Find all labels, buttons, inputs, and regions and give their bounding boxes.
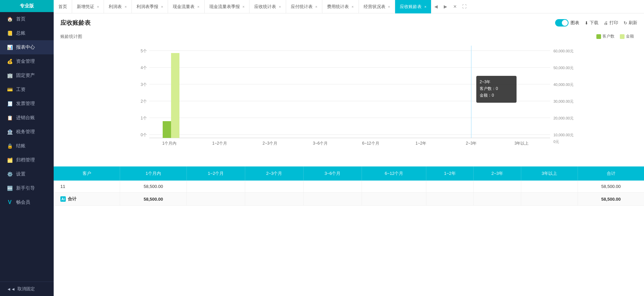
tab-profit-quarterly-close[interactable]: × [161, 5, 163, 9]
col-m8: 3年以上 [521, 166, 578, 181]
tab-business[interactable]: 经营状况表 × [359, 0, 395, 13]
svg-text:5个: 5个 [141, 49, 147, 53]
tab-ar-stats[interactable]: 应收统计表 × [250, 0, 286, 13]
tab-business-close[interactable]: × [388, 5, 390, 9]
tab-cashflow-close[interactable]: × [197, 5, 199, 9]
chart-svg: 5个 4个 3个 2个 1个 0个 60,000.00元 50,000.00元 … [60, 42, 637, 163]
tab-new-voucher[interactable]: 新增凭证 × [72, 0, 104, 13]
sidebar-item-asset[interactable]: 🏢 固定资产 [0, 68, 54, 83]
total-customer-cell: Ai 合计 [54, 193, 120, 206]
cell-m7 [474, 181, 521, 193]
total-m4 [303, 193, 362, 206]
tab-home[interactable]: 首页 [54, 0, 72, 13]
tab-cashflow-quarterly-label: 现金流量表季报 [209, 4, 240, 10]
tab-profit[interactable]: 利润表 × [104, 0, 131, 13]
cell-total: 58,500.00 [578, 181, 644, 193]
svg-text:金额：0: 金额：0 [480, 93, 494, 98]
cell-m3 [245, 181, 303, 193]
tab-ar-aging-label: 应收账龄表 [400, 4, 422, 10]
sidebar-item-settings[interactable]: ⚙️ 设置 [0, 167, 54, 181]
tab-ap-stats-close[interactable]: × [315, 5, 317, 9]
tab-ap-stats[interactable]: 应付统计表 × [286, 0, 322, 13]
col-m5: 6~12个月 [362, 166, 426, 181]
tab-expense-stats-close[interactable]: × [352, 5, 354, 9]
sidebar-label-ledger: 总账 [16, 30, 25, 36]
svg-text:2个: 2个 [141, 99, 147, 104]
legend-amount-color [620, 34, 625, 39]
svg-text:1~2年: 1~2年 [416, 141, 426, 146]
sidebar-item-report[interactable]: 📊 报表中心 [0, 40, 54, 54]
sidebar-item-home[interactable]: 🏠 首页 [0, 12, 54, 26]
sidebar-label-invoice: 发票管理 [16, 101, 35, 107]
tax-icon: 🏦 [7, 129, 13, 135]
tab-expense-stats-label: 费用统计表 [327, 4, 349, 10]
tab-prev-button[interactable]: ◀ [431, 0, 441, 13]
tab-next-button[interactable]: ▶ [441, 0, 450, 13]
sidebar-label-settings: 设置 [16, 171, 25, 177]
sidebar-item-archive[interactable]: 🗂️ 归档管理 [0, 153, 54, 167]
sidebar-item-sales[interactable]: 📋 进销台账 [0, 111, 54, 125]
sidebar-label-home: 首页 [16, 16, 25, 22]
svg-text:50,000.00元: 50,000.00元 [553, 66, 574, 70]
tab-cashflow-quarterly-close[interactable]: × [243, 5, 245, 9]
sidebar-item-tax[interactable]: 🏦 税务管理 [0, 125, 54, 139]
tab-close-all-button[interactable]: ✕ [450, 0, 460, 13]
svg-text:0元: 0元 [553, 140, 559, 144]
refresh-label: 刷新 [629, 20, 637, 26]
chart-toggle[interactable] [555, 19, 569, 27]
tab-new-voucher-close[interactable]: × [97, 5, 99, 9]
unpin-button[interactable]: ◄◄ 取消固定 [0, 282, 54, 296]
total-row: Ai 合计 58,500.00 58,500.00 [54, 193, 644, 206]
svg-text:3~6个月: 3~6个月 [313, 141, 328, 146]
legend-amount-label: 金额 [626, 34, 634, 39]
legend-customers: 客户数 [596, 34, 614, 39]
tab-ar-aging[interactable]: 应收账龄表 × [395, 0, 431, 13]
svg-text:20,000.00元: 20,000.00元 [553, 116, 574, 120]
refresh-button[interactable]: ↻ 刷新 [624, 20, 637, 26]
tab-cashflow-label: 现金流量表 [173, 4, 195, 10]
total-m6 [426, 193, 474, 206]
tab-cashflow[interactable]: 现金流量表 × [168, 0, 204, 13]
cell-m6 [426, 181, 474, 193]
tab-cashflow-quarterly[interactable]: 现金流量表季报 × [205, 0, 250, 13]
svg-text:30,000.00元: 30,000.00元 [553, 99, 574, 103]
svg-text:3年以上: 3年以上 [515, 141, 529, 146]
download-label: 下载 [590, 20, 598, 26]
tab-ar-aging-close[interactable]: × [424, 5, 426, 9]
cell-m5 [362, 181, 426, 193]
sidebar-item-salary[interactable]: 💳 工资 [0, 83, 54, 97]
sidebar-item-member[interactable]: V 畅会员 [0, 195, 54, 209]
col-total: 合计 [578, 166, 644, 181]
chart-area: 账龄统计图 客户数 金额 5个 4个 3个 2个 [54, 30, 644, 166]
cell-m1: 58,500.00 [120, 181, 187, 193]
tab-expense-stats[interactable]: 费用统计表 × [322, 0, 359, 13]
page-title: 应收账龄表 [60, 19, 91, 27]
svg-text:2~3年: 2~3年 [480, 80, 490, 84]
svg-text:40,000.00元: 40,000.00元 [553, 83, 574, 87]
fund-icon: 💰 [7, 58, 13, 64]
sidebar-item-guide[interactable]: 🆕 新手引导 [0, 181, 54, 195]
sidebar-item-invoice[interactable]: 🧾 发票管理 [0, 97, 54, 111]
chart-title: 账龄统计图 [60, 34, 637, 40]
sidebar-item-closeaccount[interactable]: 🔒 结账 [0, 139, 54, 153]
content-header: 应收账龄表 图表 ⬇ 下载 🖨 打印 ↻ 刷新 [54, 13, 644, 30]
sales-icon: 📋 [7, 115, 13, 121]
sidebar-label-guide: 新手引导 [16, 185, 35, 191]
tab-profit-close[interactable]: × [124, 5, 126, 9]
bar-customers-1 [163, 121, 171, 138]
sidebar-label-member: 畅会员 [16, 199, 30, 205]
sidebar-item-ledger[interactable]: 📒 总账 [0, 26, 54, 40]
toggle-label: 图表 [571, 20, 579, 26]
total-m8 [521, 193, 578, 206]
print-button[interactable]: 🖨 打印 [604, 20, 618, 26]
col-customer: 客户 [54, 166, 120, 181]
sidebar-item-fund[interactable]: 💰 资金管理 [0, 54, 54, 68]
data-table: 客户 1个月内 1~2个月 2~3个月 3~6个月 6~12个月 1~2年 2~… [54, 166, 644, 206]
tab-expand-button[interactable]: ⛶ [460, 0, 469, 13]
download-button[interactable]: ⬇ 下载 [585, 20, 598, 26]
sidebar-label-tax: 税务管理 [16, 129, 35, 135]
tab-profit-quarterly[interactable]: 利润表季报 × [132, 0, 168, 13]
table-body: 11 58,500.00 58,500.00 [54, 181, 644, 206]
tab-ar-stats-close[interactable]: × [279, 5, 281, 9]
ledger-icon: 📒 [7, 30, 13, 36]
